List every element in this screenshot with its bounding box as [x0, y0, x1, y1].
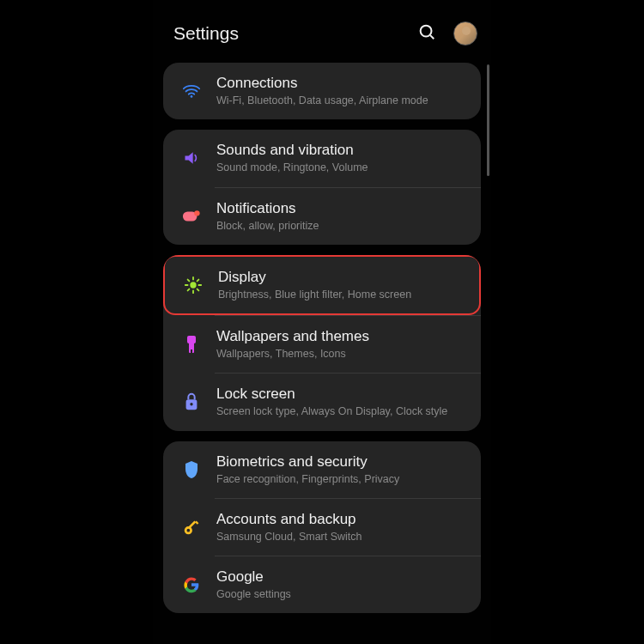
lock-icon [175, 386, 208, 418]
item-subtitle: Wi-Fi, Bluetooth, Data usage, Airplane m… [216, 94, 467, 107]
profile-avatar[interactable] [453, 21, 477, 46]
item-text: Google Google settings [216, 568, 467, 601]
settings-screen: Settings [153, 0, 491, 644]
svg-point-4 [194, 210, 199, 216]
page-title: Settings [173, 23, 239, 44]
item-text: Display Brightness, Blue light filter, H… [218, 269, 465, 301]
wifi-icon [175, 75, 208, 107]
svg-point-17 [190, 403, 192, 405]
svg-point-0 [421, 26, 432, 37]
svg-point-19 [187, 529, 191, 532]
notification-icon [175, 200, 208, 233]
item-subtitle: Brightness, Blue light filter, Home scre… [218, 288, 465, 301]
svg-line-11 [197, 289, 199, 290]
item-title: Wallpapers and themes [216, 328, 467, 345]
brush-icon [175, 328, 208, 361]
item-title: Display [218, 269, 465, 286]
item-title: Biometrics and security [216, 453, 467, 471]
item-text: Accounts and backup Samsung Cloud, Smart… [216, 511, 467, 544]
settings-group: Connections Wi-Fi, Bluetooth, Data usage… [163, 63, 481, 119]
header-actions [414, 19, 477, 47]
settings-item-google[interactable]: Google Google settings [163, 556, 481, 613]
settings-item-lockscreen[interactable]: Lock screen Screen lock type, Always On … [163, 374, 481, 430]
settings-item-notifications[interactable]: Notifications Block, allow, prioritize [163, 188, 481, 245]
item-title: Lock screen [216, 386, 467, 403]
settings-item-accounts[interactable]: Accounts and backup Samsung Cloud, Smart… [163, 499, 481, 556]
svg-point-5 [190, 282, 196, 288]
item-subtitle: Face recognition, Fingerprints, Privacy [216, 472, 467, 486]
settings-group: Sounds and vibration Sound mode, Rington… [163, 130, 481, 245]
settings-item-wallpapers[interactable]: Wallpapers and themes Wallpapers, Themes… [163, 316, 481, 373]
item-title: Accounts and backup [216, 511, 467, 528]
svg-point-2 [191, 95, 193, 98]
svg-rect-14 [187, 336, 196, 343]
item-subtitle: Wallpapers, Themes, Icons [216, 347, 467, 361]
item-subtitle: Screen lock type, Always On Display, Clo… [216, 404, 467, 418]
item-subtitle: Sound mode, Ringtone, Volume [216, 161, 467, 174]
svg-line-1 [430, 35, 434, 39]
item-text: Lock screen Screen lock type, Always On … [216, 386, 467, 418]
item-subtitle: Block, allow, prioritize [216, 219, 467, 233]
svg-rect-15 [189, 343, 194, 348]
svg-line-10 [188, 279, 190, 281]
item-title: Connections [216, 75, 467, 92]
svg-line-12 [188, 289, 190, 290]
item-subtitle: Google settings [216, 587, 467, 601]
settings-item-connections[interactable]: Connections Wi-Fi, Bluetooth, Data usage… [163, 63, 481, 119]
item-text: Wallpapers and themes Wallpapers, Themes… [216, 328, 467, 361]
scrollbar[interactable] [487, 64, 489, 176]
item-text: Biometrics and security Face recognition… [216, 453, 467, 486]
shield-icon [175, 453, 208, 486]
header: Settings [163, 0, 481, 63]
settings-group: Display Brightness, Blue light filter, H… [163, 255, 481, 431]
search-button[interactable] [414, 19, 440, 47]
settings-item-sounds[interactable]: Sounds and vibration Sound mode, Rington… [163, 130, 481, 186]
settings-item-biometrics[interactable]: Biometrics and security Face recognition… [163, 441, 481, 498]
brightness-icon [177, 269, 210, 301]
item-title: Google [216, 568, 467, 586]
key-icon [175, 511, 208, 544]
item-text: Connections Wi-Fi, Bluetooth, Data usage… [216, 75, 467, 107]
item-subtitle: Samsung Cloud, Smart Switch [216, 530, 467, 544]
speaker-icon [175, 142, 208, 174]
svg-rect-21 [195, 520, 198, 524]
item-title: Sounds and vibration [216, 142, 467, 159]
settings-item-display[interactable]: Display Brightness, Blue light filter, H… [163, 255, 481, 315]
item-title: Notifications [216, 200, 467, 217]
svg-line-13 [197, 279, 199, 281]
item-text: Notifications Block, allow, prioritize [216, 200, 467, 233]
svg-rect-20 [188, 520, 197, 529]
google-icon [175, 568, 208, 601]
search-icon [417, 31, 436, 44]
settings-group: Biometrics and security Face recognition… [163, 441, 481, 614]
item-text: Sounds and vibration Sound mode, Rington… [216, 142, 467, 174]
